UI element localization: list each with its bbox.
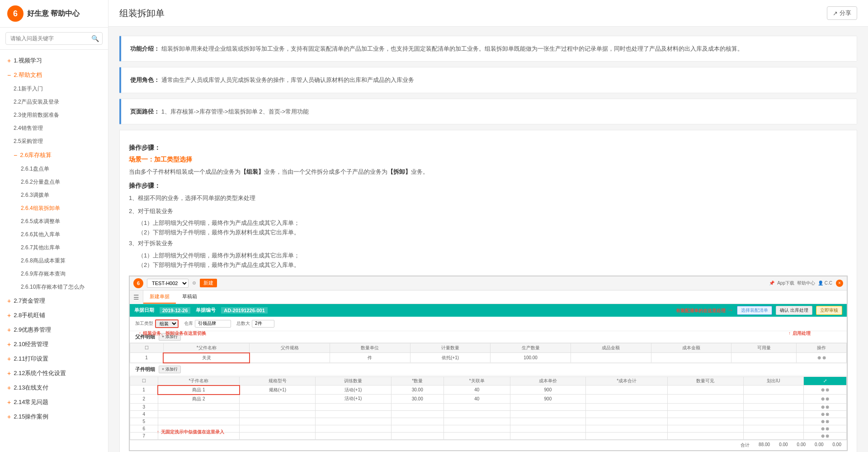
path-label: 页面路径： [130, 108, 160, 115]
sim-total-v2: 0.00 [779, 442, 788, 448]
sim-user-icon: 👤 C.C [818, 281, 832, 285]
sidebar-item-1[interactable]: + 1.视频学习 [0, 53, 108, 68]
sidebar-item-2-3[interactable]: 2.3使用前数据准备 [0, 109, 108, 122]
intro-text: 组装拆卸单用来处理企业组装或拆卸等加工业务，支持有固定装配清单的产品加工业务，也… [161, 45, 743, 52]
sidebar-item-2-6-10[interactable]: 2.6.10库存账本错了怎么办 [0, 281, 108, 294]
sim-lower-col-unit-cost: 成本单价 [510, 376, 586, 385]
sim-row-check: 1 [130, 353, 164, 363]
sim-lower-col-name: *子件名称 [158, 376, 240, 385]
table-row: 3 ⊕ ⊗ [130, 403, 847, 410]
search-icon[interactable]: 🔍 [91, 35, 99, 42]
sim-store-selector[interactable]: TEST-H002 [147, 279, 189, 288]
sim-tab-new[interactable]: 新建单据 [143, 290, 176, 304]
sidebar-item-label-2-7: 2.7资金管理 [14, 297, 45, 305]
path-card: 页面路径： 1、库存核算->库存管理->组装拆卸单 2、首页->常用功能 [119, 99, 857, 124]
step1-text: 1、根据不同的业务，选择不同单据的类型来处理 [129, 193, 848, 203]
sidebar-item-label-2-11: 2.11打印设置 [14, 355, 48, 363]
sidebar-item-2-6-3[interactable]: 2.6.3调拨单 [0, 189, 108, 202]
sidebar-item-2-6-6[interactable]: 2.6.6其他入库单 [0, 228, 108, 241]
sim-col-available: 可用量 [731, 343, 797, 353]
sidebar-item-2-4[interactable]: 2.4销售管理 [0, 122, 108, 135]
sim-lower-row7-actions[interactable]: ⊕ ⊗ [821, 433, 830, 438]
sim-confirm-audit-btn[interactable]: 立即审核 [816, 306, 842, 315]
sidebar-item-2-6-8[interactable]: 2.6.8商品成本重算 [0, 254, 108, 267]
sim-processing-annotation: ↑ 启用处理 [788, 330, 811, 337]
share-button[interactable]: ↗ 分享 [827, 6, 857, 20]
sim-row-parent-spec [250, 353, 330, 363]
sim-pin-icon: 📌 [769, 281, 774, 285]
main-area: 组装拆卸单 ↗ 分享 功能介绍： 组装拆卸单用来处理企业组装或拆卸等加工业务，支… [108, 0, 868, 452]
table-row: 7 ⊕ ⊗ [130, 432, 847, 439]
sidebar-item-2-9[interactable]: + 2.9优惠券管理 [0, 323, 108, 337]
expand-icon-2-8: + [7, 312, 11, 319]
table-row: 1 关灵 件 依托(+1) 100.00 [130, 353, 847, 363]
sidebar-item-2-15[interactable]: + 2.15操作案例 [0, 409, 108, 424]
sidebar-item-2-11[interactable]: + 2.11打印设置 [0, 352, 108, 366]
sim-add-lower-row-btn[interactable]: + 添加行 [159, 366, 181, 373]
sidebar-header: 6 好生意 帮助中心 [0, 0, 108, 28]
sim-qty-label: 总数大 [236, 320, 250, 327]
expand-icon-2-12: + [7, 370, 11, 377]
step2-2: （2）下部明细为子件明细，最终作为原材料生成其它出库单。 [138, 228, 848, 237]
sim-upper-table: ☐ *父件名称 父件规格 数量单位 计量数量 生产数量 成品金额 成本金额 可用… [130, 343, 847, 363]
sidebar-item-2-7[interactable]: + 2.7资金管理 [0, 294, 108, 308]
sim-warehouse-input[interactable] [195, 320, 231, 328]
sidebar-item-2-13[interactable]: + 2.13在线支付 [0, 381, 108, 395]
sim-arrow-right: → [727, 306, 733, 314]
sim-row-action-icons[interactable]: ⊕ ⊗ [817, 355, 826, 360]
sim-col-parent-spec: 父件规格 [250, 343, 330, 353]
step3-2: （2）下部明细为子件明细，最终作为产成品生成其它入库单。 [138, 261, 848, 269]
sidebar-item-label-1: 1.视频学习 [14, 57, 42, 65]
sim-qty-input[interactable] [252, 320, 274, 328]
sim-total-v1: 88.00 [759, 442, 770, 448]
steps-title: 操作步骤： [129, 182, 848, 190]
sim-lower-row6-actions[interactable]: ⊕ ⊗ [821, 426, 830, 431]
sim-lower-row2-actions[interactable]: ⊕ ⊗ [821, 396, 830, 401]
sim-app-icon: App下载 [777, 280, 794, 286]
table-row: 6 ⊕ ⊗ [130, 425, 847, 432]
role-label: 使用角色： [130, 76, 160, 83]
sim-row-prod-qty: 100.00 [491, 353, 571, 363]
sidebar-item-2-12[interactable]: + 2.12系统个性化设置 [0, 366, 108, 381]
sidebar-item-2-10[interactable]: + 2.10经营管理 [0, 337, 108, 352]
sim-type-select[interactable]: 组装 拆卸 [155, 319, 179, 328]
sidebar-item-2-8[interactable]: + 2.8手机旺铺 [0, 308, 108, 323]
sidebar-item-2-6-7[interactable]: 2.6.7其他出库单 [0, 241, 108, 254]
sim-select-bill-btn[interactable]: 选择装配清单 [737, 306, 772, 315]
sim-lower-col-visible: 数量可见 [668, 376, 744, 385]
sim-col-cost-amount: 成本金额 [651, 343, 731, 353]
sim-lower-col-qty: *数量 [391, 376, 443, 385]
sim-close-btn[interactable]: × [836, 280, 843, 287]
sim-processing-text: 启用处理 [793, 330, 811, 337]
sim-lower-col-expand: ⤢ [803, 376, 846, 385]
sidebar-item-2-6[interactable]: − 2.6库存核算 [0, 148, 108, 162]
role-card: 使用角色： 通常由生产人员或库管人员完成拆装业务的操作，库管人员确认原材料的出库… [119, 67, 857, 93]
sim-new-btn[interactable]: 新建 [200, 279, 217, 287]
sidebar-item-2-14[interactable]: + 2.14常见问题 [0, 395, 108, 409]
search-input[interactable] [5, 32, 103, 45]
sim-lower-row5-actions[interactable]: ⊕ ⊗ [821, 419, 830, 424]
sidebar-item-2-6-4[interactable]: 2.6.4组装拆卸单 [0, 202, 108, 215]
sim-row-action: ⊕ ⊗ [797, 353, 847, 363]
sidebar-item-2-6-5[interactable]: 2.6.5成本调整单 [0, 215, 108, 228]
sim-date-label: 单据日期 [134, 307, 154, 314]
screenshot-area: 6 TEST-H002 ⚙ 新建 📌 App下载 帮助中心 👤 C.C [129, 276, 848, 451]
sidebar-item-2-5[interactable]: 2.5采购管理 [0, 135, 108, 148]
sidebar-item-2[interactable]: − 2.帮助文档 [0, 68, 108, 82]
sim-lower-row4-actions[interactable]: ⊕ ⊗ [821, 412, 830, 417]
main-content: 功能介绍： 组装拆卸单用来处理企业组装或拆卸等加工业务，支持有固定装配清单的产品… [108, 27, 868, 452]
sidebar-item-2-1[interactable]: 2.1新手入门 [0, 82, 108, 95]
sidebar-item-label-2-6: 2.6库存核算 [20, 151, 52, 159]
sim-action-btn[interactable]: 确认 出库处理 [776, 306, 812, 315]
sidebar-item-2-6-2[interactable]: 2.6.2分量盘点单 [0, 176, 108, 189]
steps-section: 操作步骤： 场景一：加工类型选择 当由多个子件材料组装成一个成品的业务为【组装】… [119, 130, 857, 452]
sim-tab-draft[interactable]: 草稿箱 [176, 290, 203, 304]
sim-lower-row3-actions[interactable]: ⊕ ⊗ [821, 404, 830, 409]
sim-warehouse-label: 仓库 [184, 320, 193, 327]
sidebar-item-2-6-1[interactable]: 2.6.1盘点单 [0, 162, 108, 176]
sim-lower-row1-actions[interactable]: ⊕ ⊗ [821, 387, 830, 392]
sidebar-item-2-2[interactable]: 2.2产品安装及登录 [0, 95, 108, 109]
expand-icon-2-6: − [14, 152, 17, 159]
sidebar-item-2-6-9[interactable]: 2.6.9库存账本查询 [0, 267, 108, 281]
sim-col-prod-qty: 生产数量 [491, 343, 571, 353]
